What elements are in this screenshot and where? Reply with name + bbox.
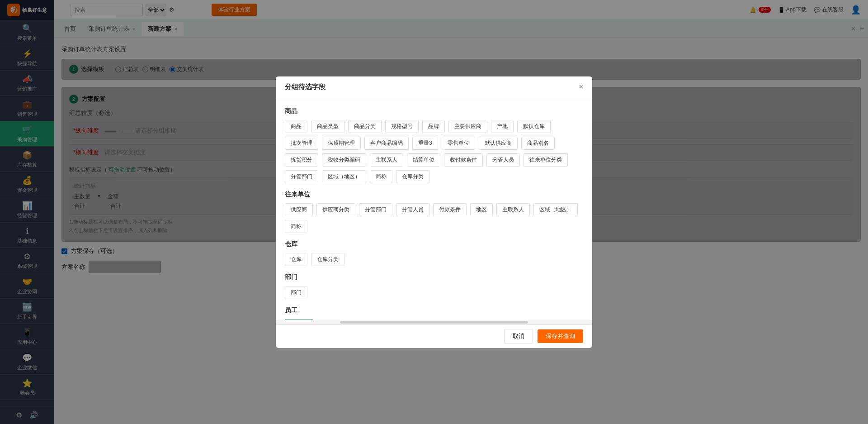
field-tag-mgr-person[interactable]: 分管人员 bbox=[396, 203, 429, 216]
field-tag-weight3[interactable]: 重量3 bbox=[412, 137, 438, 150]
field-tag-retail-unit[interactable]: 零售单位 bbox=[442, 137, 475, 150]
field-tag-payment-terms[interactable]: 收付款条件 bbox=[444, 153, 483, 167]
field-select-modal: 分组待选字段 × 商品 商品 商品类型 商品分类 规格型号 品牌 主要供应商 产… bbox=[276, 76, 592, 348]
field-tag-expiry[interactable]: 保质期管理 bbox=[322, 137, 361, 150]
partner-fields: 供应商 供应商分类 分管部门 分管人员 付款条件 地区 主联系人 区域（地区） … bbox=[285, 203, 583, 233]
field-tag-partner-cat[interactable]: 往来单位分类 bbox=[524, 153, 568, 167]
field-tag-batch[interactable]: 批次管理 bbox=[285, 137, 318, 150]
field-tag-main-supplier[interactable]: 主要供应商 bbox=[448, 120, 487, 133]
section-title-partners: 往来单位 bbox=[285, 191, 583, 199]
field-tag-settle-unit[interactable]: 结算单位 bbox=[407, 153, 440, 167]
field-tag-goods[interactable]: 商品 bbox=[285, 120, 307, 133]
modal-title: 分组待选字段 bbox=[285, 83, 326, 91]
section-title-employee: 员工 bbox=[285, 306, 583, 314]
field-tag-abbr[interactable]: 简称 bbox=[285, 220, 307, 233]
field-tag-default-supplier[interactable]: 默认供应商 bbox=[479, 137, 518, 150]
modal-confirm-button[interactable]: 保存并查询 bbox=[538, 329, 583, 343]
field-tag-main-contact[interactable]: 主联系人 bbox=[370, 153, 403, 167]
field-tag-warehouse-cat[interactable]: 仓库分类 bbox=[396, 170, 429, 183]
field-tag-pay-terms[interactable]: 付款条件 bbox=[433, 203, 467, 216]
field-tag-mgr-dept[interactable]: 分管部门 bbox=[359, 203, 392, 216]
field-tag-supplier[interactable]: 供应商 bbox=[285, 203, 313, 216]
section-title-goods: 商品 bbox=[285, 107, 583, 115]
modal-hscroll[interactable] bbox=[276, 320, 592, 324]
field-tag-customer-code[interactable]: 客户商品编码 bbox=[364, 137, 409, 150]
goods-fields: 商品 商品类型 商品分类 规格型号 品牌 主要供应商 产地 默认仓库 批次管理 … bbox=[285, 120, 583, 183]
field-tag-origin[interactable]: 产地 bbox=[491, 120, 514, 133]
modal-overlay: 分组待选字段 × 商品 商品 商品类型 商品分类 规格型号 品牌 主要供应商 产… bbox=[0, 0, 868, 424]
field-tag-tax-code[interactable]: 税收分类编码 bbox=[322, 153, 366, 167]
modal-cancel-button[interactable]: 取消 bbox=[504, 329, 533, 343]
section-title-dept: 部门 bbox=[285, 273, 583, 281]
field-tag-brand[interactable]: 品牌 bbox=[422, 120, 445, 133]
field-tag-spec[interactable]: 规格型号 bbox=[385, 120, 419, 133]
field-tag-dept-sub[interactable]: 分管部门 bbox=[285, 170, 318, 183]
dept-fields: 部门 bbox=[285, 286, 583, 299]
section-title-warehouse: 仓库 bbox=[285, 240, 583, 248]
modal-body[interactable]: 商品 商品 商品类型 商品分类 规格型号 品牌 主要供应商 产地 默认仓库 批次… bbox=[276, 98, 592, 320]
field-tag-goods-cat[interactable]: 商品分类 bbox=[348, 120, 382, 133]
field-tag-dept-mgr[interactable]: 分管人员 bbox=[486, 153, 520, 167]
modal-header: 分组待选字段 × bbox=[276, 76, 592, 98]
field-tag-short-name[interactable]: 简称 bbox=[370, 170, 392, 183]
field-tag-goods-type[interactable]: 商品类型 bbox=[311, 120, 344, 133]
field-tag-warehouse-type[interactable]: 仓库分类 bbox=[311, 253, 344, 266]
modal-footer: 取消 保存并查询 bbox=[276, 324, 592, 348]
field-tag-pick-score[interactable]: 拣货积分 bbox=[285, 153, 318, 167]
field-tag-district[interactable]: 地区 bbox=[470, 203, 493, 216]
field-tag-contact[interactable]: 主联系人 bbox=[496, 203, 530, 216]
field-tag-default-warehouse[interactable]: 默认仓库 bbox=[517, 120, 551, 133]
field-tag-warehouse[interactable]: 仓库 bbox=[285, 253, 307, 266]
field-tag-region2[interactable]: 区域（地区） bbox=[533, 203, 578, 216]
field-tag-dept[interactable]: 部门 bbox=[285, 286, 307, 299]
warehouse-fields: 仓库 仓库分类 bbox=[285, 253, 583, 266]
modal-close-button[interactable]: × bbox=[579, 83, 583, 91]
field-tag-region[interactable]: 区域（地区） bbox=[322, 170, 366, 183]
field-tag-alias[interactable]: 商品别名 bbox=[521, 137, 555, 150]
field-tag-supplier-cat[interactable]: 供应商分类 bbox=[316, 203, 355, 216]
